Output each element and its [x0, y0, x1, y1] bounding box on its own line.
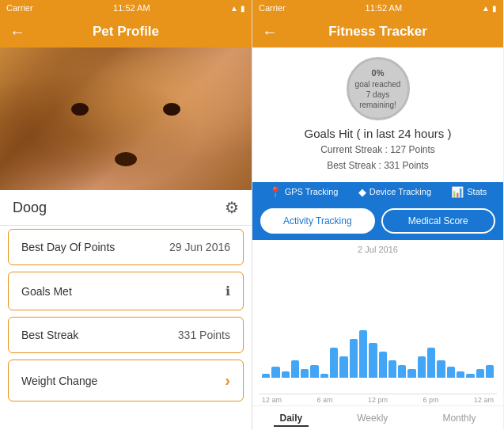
chart-bar — [350, 339, 358, 378]
dog-eye-left — [71, 103, 89, 116]
settings-icon[interactable]: ⚙ — [225, 198, 239, 217]
chart-bar — [320, 374, 328, 378]
chart-bar — [330, 348, 338, 378]
chart-bar — [418, 356, 426, 378]
chart-bar — [310, 365, 318, 378]
device-icon: ◆ — [358, 186, 366, 198]
goal-circle: 0% goal reached 7 days remaining! — [347, 57, 410, 120]
gps-label: GPS Tracking — [285, 187, 339, 196]
pet-photo — [0, 48, 252, 190]
chart-bar — [466, 374, 474, 378]
chart-bar — [486, 365, 494, 378]
best-day-row[interactable]: Best Day Of Points 29 Jun 2016 — [8, 229, 244, 265]
chart-bar — [271, 367, 279, 378]
goals-title: Goals Hit ( in last 24 hours ) — [305, 127, 452, 140]
fitness-tracker-phone: Carrier 11:52 AM ▲ ▮ ← Fitness Tracker 0… — [252, 0, 503, 430]
status-bar-left: Carrier 11:52 AM ▲ ▮ — [0, 0, 252, 16]
status-icons-left: ▲ ▮ — [230, 4, 245, 13]
stats-label: Stats — [467, 187, 487, 196]
back-button-right[interactable]: ← — [262, 23, 278, 41]
best-streak-row[interactable]: Best Streak 331 Points — [8, 317, 244, 353]
chart-bar — [447, 367, 455, 378]
pet-name: Doog — [13, 200, 47, 216]
chart-bar — [427, 348, 435, 378]
best-streak-value: 331 Points — [178, 329, 230, 341]
gps-icon: 📍 — [269, 186, 282, 198]
wifi-icon-right: ▲ — [482, 4, 490, 13]
chart-bar — [359, 330, 367, 378]
dog-nose — [115, 152, 137, 166]
goal-pct: 0% — [372, 67, 385, 78]
stats-tab[interactable]: 📊 Stats — [451, 186, 487, 198]
chart-bar — [476, 369, 484, 378]
photo-overlay — [0, 48, 252, 190]
weight-change-label: Weight Change — [21, 375, 97, 387]
goal-line1: goal reached — [355, 79, 401, 89]
carrier-right: Carrier — [259, 3, 286, 13]
weight-change-row[interactable]: Weight Change › — [8, 360, 244, 401]
current-streak-text: Current Streak : 127 Points — [320, 142, 435, 158]
goal-line2: 7 days — [366, 89, 389, 100]
top-nav-right: ← Fitness Tracker — [252, 16, 503, 48]
info-icon: ℹ — [225, 283, 230, 299]
x-label-3: 6 pm — [423, 396, 438, 404]
medical-score-button[interactable]: Medical Score — [381, 208, 496, 234]
x-label-1: 6 am — [316, 396, 332, 404]
x-label-2: 12 pm — [368, 396, 388, 404]
time-left: 11:52 AM — [113, 3, 150, 13]
carrier-left: Carrier — [6, 3, 33, 13]
x-label-0: 12 am — [262, 396, 282, 404]
chart-bar — [398, 365, 406, 378]
dog-eye-right — [163, 103, 180, 116]
chevron-right-icon: › — [225, 371, 230, 390]
chart-bar — [301, 369, 309, 378]
chart-bar — [369, 343, 377, 378]
stats-icon: 📊 — [451, 186, 464, 198]
time-period-tabs: Daily Weekly Monthly — [252, 405, 503, 430]
chart-bar — [457, 371, 464, 378]
best-day-label: Best Day Of Points — [21, 241, 115, 253]
chart-bar — [339, 356, 347, 378]
best-streak-label: Best Streak — [21, 329, 78, 341]
daily-tab[interactable]: Daily — [274, 411, 309, 427]
monthly-tab[interactable]: Monthly — [436, 411, 482, 427]
chart-bar — [407, 369, 415, 378]
chart-bar — [291, 360, 299, 378]
device-tracking-tab[interactable]: ◆ Device Tracking — [358, 186, 431, 198]
device-label: Device Tracking — [369, 187, 431, 196]
best-day-value: 29 Jun 2016 — [169, 241, 230, 253]
gps-tracking-tab[interactable]: 📍 GPS Tracking — [269, 186, 339, 198]
page-title-left: Pet Profile — [93, 24, 159, 40]
goal-line3: remaining! — [359, 100, 396, 110]
chart-bar — [388, 360, 396, 378]
chart-date: 2 Jul 2016 — [259, 245, 497, 254]
chart-area: 2 Jul 2016 12 am 6 am 12 pm 6 pm 12 am — [252, 240, 503, 405]
weekly-tab[interactable]: Weekly — [351, 411, 394, 427]
time-right: 11:52 AM — [366, 3, 402, 13]
action-buttons: Activity Tracking Medical Score — [252, 202, 503, 240]
status-icons-right: ▲ ▮ — [482, 4, 497, 13]
goal-circle-area: 0% goal reached 7 days remaining! Goals … — [252, 48, 503, 179]
page-title-right: Fitness Tracker — [328, 24, 427, 40]
battery-icon: ▮ — [241, 4, 245, 13]
info-rows: Best Day Of Points 29 Jun 2016 Goals Met… — [0, 226, 252, 430]
pet-profile-phone: Carrier 11:52 AM ▲ ▮ ← Pet Profile Doog … — [0, 0, 252, 430]
chart-canvas — [259, 257, 497, 394]
wifi-icon: ▲ — [230, 4, 238, 13]
tracking-tabs: 📍 GPS Tracking ◆ Device Tracking 📊 Stats — [252, 182, 503, 202]
chart-bar — [437, 360, 445, 378]
activity-tracking-button[interactable]: Activity Tracking — [260, 208, 375, 234]
back-button-left[interactable]: ← — [9, 23, 25, 41]
status-bar-right: Carrier 11:52 AM ▲ ▮ — [252, 0, 503, 16]
top-nav-left: ← Pet Profile — [0, 16, 252, 48]
x-label-4: 12 am — [474, 396, 494, 404]
battery-icon-right: ▮ — [492, 4, 497, 13]
pet-name-row: Doog ⚙ — [0, 190, 252, 226]
chart-x-labels: 12 am 6 am 12 pm 6 pm 12 am — [259, 394, 497, 405]
chart-bar — [262, 374, 270, 378]
chart-bar — [379, 352, 387, 378]
best-streak-text: Best Streak : 331 Points — [320, 158, 435, 173]
chart-bar — [282, 371, 290, 378]
goals-met-label: Goals Met — [21, 285, 72, 298]
goals-met-row[interactable]: Goals Met ℹ — [8, 272, 244, 310]
